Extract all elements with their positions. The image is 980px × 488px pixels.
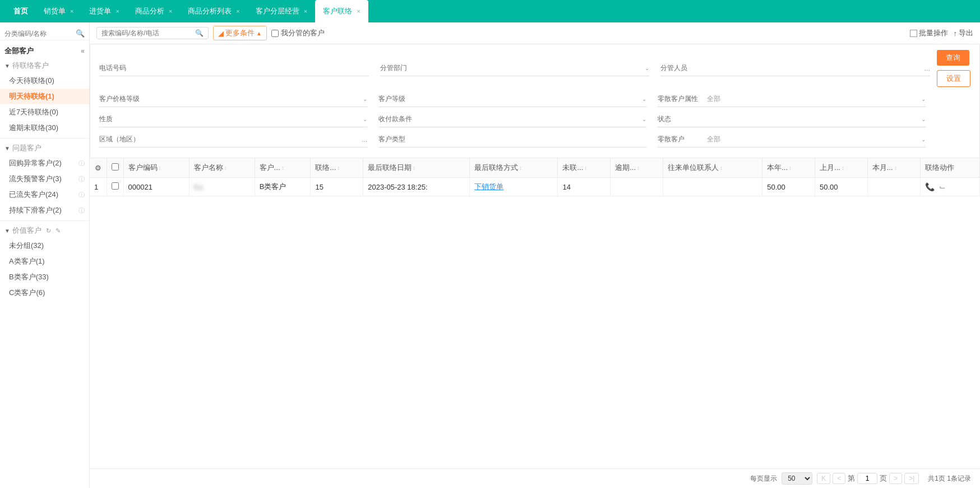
sidebar-search-wrap: 🔍 [0,27,89,40]
dept-label: 分管部门 [380,63,425,73]
sidebar-item-week[interactable]: 近7天待联络(0) [0,104,89,120]
th-contact-person[interactable]: 往来单位联系人↕ [663,158,762,178]
prev-page-btn[interactable]: < [833,473,845,484]
value-group-refresh-icon[interactable]: ↻ [46,227,51,234]
sidebar-item-declining[interactable]: 持续下滑客户(2) ⓘ [0,202,89,218]
per-page-select[interactable]: 50 100 200 [782,472,812,485]
sort-type-icon: ↕ [281,165,284,171]
close-goods-analysis-tab[interactable]: × [169,8,172,15]
close-contact-tab[interactable]: × [357,8,360,15]
nature-dropdown-icon[interactable]: ⌄ [363,116,367,122]
region-more-icon[interactable]: ... [362,136,367,144]
export-btn[interactable]: ↑ 导出 [954,28,974,38]
th-type[interactable]: 客户...↕ [255,158,311,178]
th-no-contact[interactable]: 未联...↕ [558,158,611,178]
select-all-checkbox[interactable] [112,163,119,171]
retail-customer-dropdown-icon[interactable]: ⌄ [921,136,926,142]
help-icon-repurchase[interactable]: ⓘ [78,159,85,168]
payment-label: 收付款条件 [378,114,423,124]
filter-retail-attr: 零散客户属性 全部 ⌄ [658,91,926,107]
th-name[interactable]: 客户名称↕ [189,158,255,178]
th-last-date[interactable]: 最后联络日期↕ [363,158,470,178]
top-navigation: 首页 销货单 × 进货单 × 商品分析 × 商品分析列表 × 客户分层经营 × … [0,0,980,22]
status-dropdown-icon[interactable]: ⌄ [921,116,926,122]
gear-icon[interactable]: ⚙ [95,164,101,172]
th-code[interactable]: 客户编码↕ [123,158,189,178]
td-action: 📞 ⌙ [920,178,979,196]
batch-op-btn[interactable]: 批量操作 [910,28,948,38]
my-customers-checkbox[interactable] [271,30,279,37]
sidebar-item-ungrouped[interactable]: 未分组(32) [0,238,89,254]
sort-overdue-icon: ↕ [637,165,640,171]
help-icon-declining[interactable]: ⓘ [78,206,85,215]
nav-item-sales[interactable]: 销货单 × [36,0,81,22]
first-page-btn[interactable]: K [817,473,830,484]
nav-item-customer-segment[interactable]: 客户分层经营 × [248,0,315,22]
sort-contact-person-icon: ↕ [720,165,723,171]
nav-item-goods-analysis[interactable]: 商品分析 × [127,0,180,22]
th-last-month[interactable]: 上月...↕ [815,158,868,178]
sidebar-search-input[interactable] [4,30,76,38]
th-check[interactable] [107,158,123,178]
close-sales-tab[interactable]: × [70,8,73,15]
set-button[interactable]: 设置 [937,70,970,87]
td-this-month [867,178,920,196]
sidebar-item-churned[interactable]: 已流失客户(24) ⓘ [0,187,89,202]
last-page-btn[interactable]: >| [904,473,919,484]
th-contacts[interactable]: 联络...↕ [311,158,363,178]
page-number-input[interactable] [857,473,877,484]
filter-price-level: 客户价格等级 ⌄ [99,91,367,107]
customer-level-dropdown-icon[interactable]: ⌄ [642,96,646,102]
retail-customer-value[interactable]: 全部 [707,135,921,144]
sidebar-item-churn-warn[interactable]: 流失预警客户(3) ⓘ [0,171,89,187]
help-icon-churned[interactable]: ⓘ [78,191,85,199]
sidebar-item-today[interactable]: 今天待联络(0) [0,73,89,89]
sidebar-item-type-c[interactable]: C类客户(6) [0,285,89,301]
td-code: 000021 [123,178,189,196]
nav-item-goods-analysis-list[interactable]: 商品分析列表 × [180,0,247,22]
td-checkbox[interactable] [107,178,123,196]
value-group-edit-icon[interactable]: ✎ [56,227,61,234]
sidebar-item-type-b[interactable]: B类客户(33) [0,269,89,285]
sort-code-icon: ↕ [159,165,161,171]
retail-attr-dropdown-icon[interactable]: ⌄ [921,96,926,102]
row-action-grid-icon[interactable]: ⌙ [939,182,946,191]
sidebar-all-customers[interactable]: 全部客户 « [0,44,89,58]
price-level-dropdown-icon[interactable]: ⌄ [363,96,367,102]
search-icon[interactable]: 🔍 [195,29,204,37]
my-customers-checkbox-label[interactable]: 我分管的客户 [271,28,325,38]
nav-item-home[interactable]: 首页 [6,0,36,22]
th-this-month[interactable]: 本月...↕ [867,158,920,178]
retail-attr-value[interactable]: 全部 [707,94,921,104]
close-purchase-tab[interactable]: × [115,8,119,15]
manager-more-icon[interactable]: ... [924,65,930,72]
more-conditions-btn[interactable]: ◢ 更多条件 ▲ [213,26,267,40]
close-goods-list-tab[interactable]: × [236,8,239,15]
td-last-method[interactable]: 下销货单 [470,178,558,196]
th-last-method[interactable]: 最后联络方式↕ [470,158,558,178]
row-action-phone-icon[interactable]: 📞 [925,182,935,191]
row-checkbox[interactable] [112,182,119,190]
footer-bar: 每页显示 50 100 200 K < 第 页 > >| 共1页 1条记录 [90,468,980,488]
main-layout: 🔍 全部客户 « ▼ 待联络客户 今天待联络(0) 明天待联络(1) 近7天待联… [0,22,980,488]
sidebar-item-type-a[interactable]: A类客户(1) [0,254,89,269]
th-overdue[interactable]: 逾期...↕ [611,158,663,178]
next-page-btn[interactable]: > [889,473,902,484]
sidebar-item-overdue[interactable]: 逾期未联络(30) [0,120,89,136]
payment-dropdown-icon[interactable]: ⌄ [642,116,646,122]
sidebar-search-icon[interactable]: 🔍 [76,29,85,38]
nav-item-purchase[interactable]: 进货单 × [81,0,127,22]
th-this-year[interactable]: 本年...↕ [762,158,815,178]
sidebar-item-repurchase[interactable]: 回购异常客户(2) ⓘ [0,155,89,171]
dept-dropdown-icon[interactable]: ⌄ [645,65,649,71]
sidebar: 🔍 全部客户 « ▼ 待联络客户 今天待联络(0) 明天待联络(1) 近7天待联… [0,22,90,488]
sidebar-item-tomorrow[interactable]: 明天待联络(1) [0,89,89,104]
collapse-icon: « [81,47,85,55]
td-no-contact: 14 [558,178,611,196]
search-input[interactable] [101,29,195,37]
nav-item-customer-contact[interactable]: 客户联络 × [315,0,368,22]
th-gear[interactable]: ⚙ [90,158,107,178]
query-button[interactable]: 查询 [937,50,969,66]
help-icon-churn[interactable]: ⓘ [78,175,85,183]
close-segment-tab[interactable]: × [304,8,307,15]
